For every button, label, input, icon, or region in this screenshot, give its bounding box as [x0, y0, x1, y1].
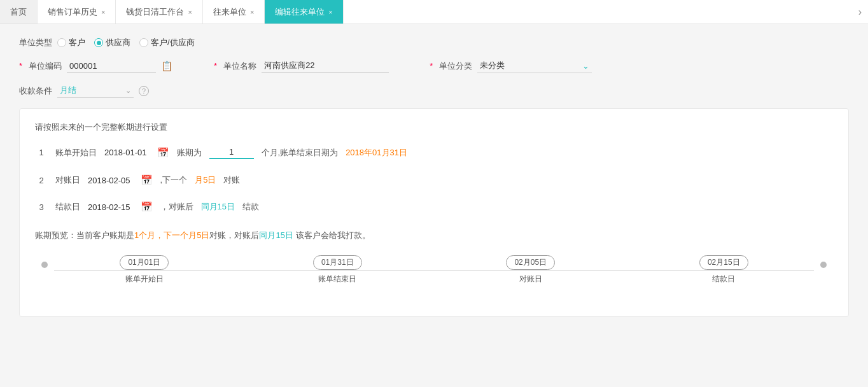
tab-partner[interactable]: 往来单位 × — [203, 0, 265, 24]
row-3-desc-before: ，对账后 — [160, 201, 193, 213]
unit-type-field: 单位类型 客户 供应商 客户/供应商 — [19, 37, 195, 48]
timeline-badge-1: 01月01日 — [120, 255, 169, 270]
tab-home[interactable]: 首页 — [0, 0, 38, 24]
unit-category-field: * 单位分类 未分类 ⌄ — [430, 59, 592, 73]
period-input[interactable] — [209, 146, 254, 159]
unit-category-label: 单位分类 — [439, 60, 472, 72]
tab-sales-history-close[interactable]: × — [101, 8, 105, 16]
unit-code-label: 单位编码 — [29, 60, 62, 72]
timeline-label-1: 账单开始日 — [125, 274, 164, 285]
row-2-calendar-icon[interactable]: 📅 — [141, 174, 153, 186]
row-2-num: 2 — [35, 176, 48, 185]
unit-category-required: * — [430, 61, 433, 71]
row-1-end-date: 2018年01月31日 — [346, 147, 407, 158]
right-dot-circle — [820, 262, 827, 268]
preview-mid: 对账，对账后 — [209, 230, 259, 240]
preview-part1: 1个月， — [134, 230, 164, 240]
timeline-wrapper: 01月01日 账单开始日 01月31日 账单结束日 02月05日 对账日 — [35, 255, 833, 304]
tab-partner-label: 往来单位 — [213, 6, 246, 18]
unit-code-input[interactable] — [67, 60, 156, 73]
row-3-calendar-icon[interactable]: 📅 — [141, 201, 153, 213]
radio-customer-circle — [57, 38, 66, 47]
preview-part2: 下一个月5日 — [164, 230, 209, 240]
tab-cash-work-label: 钱货日清工作台 — [126, 6, 184, 18]
radio-customer-label: 客户 — [69, 37, 85, 48]
row-1-calendar-icon[interactable]: 📅 — [157, 147, 169, 158]
unit-category-value: 未分类 — [480, 60, 580, 71]
row-3-desc-after: 结款 — [242, 201, 259, 213]
row-2-desc-before: ,下一个 — [160, 174, 188, 186]
payment-value: 月结 — [60, 85, 123, 96]
row-2-highlight: 月5日 — [195, 174, 216, 186]
unit-code-copy-icon[interactable]: 📋 — [161, 60, 173, 72]
timeline-label-3: 对账日 — [519, 274, 542, 285]
tab-edit-partner-label: 编辑往来单位 — [275, 6, 325, 18]
unit-code-field: * 单位编码 📋 — [19, 60, 173, 73]
radio-customer[interactable]: 客户 — [57, 37, 85, 48]
main-content: 单位类型 客户 供应商 客户/供应商 — [0, 24, 868, 387]
help-icon[interactable]: ? — [139, 86, 149, 96]
timeline-point-2: 01月31日 账单结束日 — [313, 255, 362, 285]
payment-label: 收款条件 — [19, 85, 52, 97]
preview-text: 账期预览：当前客户账期是1个月，下一个月5日对账，对账后同月15日 该客户会给我… — [35, 228, 833, 243]
timeline-right-dot — [820, 262, 827, 268]
timeline-label-4: 结款日 — [712, 274, 735, 285]
row-1-label: 账单开始日 — [55, 147, 97, 158]
setting-row-3: 3 结款日 2018-02-15 📅 ，对账后 同月15日 结款 — [35, 201, 833, 213]
preview-part3: 同月15日 — [259, 230, 293, 240]
radio-supplier[interactable]: 供应商 — [94, 37, 130, 48]
tab-edit-partner-close[interactable]: × — [328, 8, 332, 16]
timeline-left-dot — [41, 262, 48, 268]
unit-name-required: * — [214, 61, 217, 71]
row-3-num: 3 — [35, 202, 48, 212]
tab-cash-work[interactable]: 钱货日清工作台 × — [116, 0, 202, 24]
row-2-label: 对账日 — [55, 174, 80, 186]
timeline-point-4: 02月15日 结款日 — [699, 255, 748, 285]
payment-field: 收款条件 月结 ⌄ ? — [19, 83, 149, 98]
radio-supplier-label: 供应商 — [106, 37, 130, 48]
timeline-items: 01月01日 账单开始日 01月31日 账单结束日 02月05日 对账日 — [41, 255, 827, 285]
preview-label: 账期预览：当前客户账期是 — [35, 230, 134, 240]
tab-edit-partner[interactable]: 编辑往来单位 × — [265, 0, 343, 24]
tab-cash-work-close[interactable]: × — [188, 8, 192, 16]
setting-row-1: 1 账单开始日 2018-01-01 📅 账期为 个月,账单结束日期为 2018… — [35, 146, 833, 159]
row-3-label: 结款日 — [55, 201, 80, 213]
payment-dropdown-arrow-icon: ⌄ — [125, 87, 131, 95]
timeline-badge-4: 02月15日 — [699, 255, 748, 270]
unit-category-arrow-icon: ⌄ — [582, 61, 589, 71]
unit-name-input[interactable] — [262, 60, 389, 73]
row-2-date: 2018-02-05 — [88, 176, 130, 185]
form-section: 单位类型 客户 供应商 客户/供应商 — [19, 37, 849, 98]
radio-both-label: 客户/供应商 — [151, 37, 195, 48]
row-1-period-after: 个月,账单结束日期为 — [262, 147, 339, 158]
radio-both[interactable]: 客户/供应商 — [139, 37, 195, 48]
row-3-highlight: 同月15日 — [201, 201, 235, 213]
settings-card: 请按照未来的一个完整帐期进行设置 1 账单开始日 2018-01-01 📅 账期… — [19, 108, 849, 317]
left-dot-circle — [41, 262, 48, 268]
payment-row: 收款条件 月结 ⌄ ? — [19, 83, 849, 98]
card-instruction: 请按照未来的一个完整帐期进行设置 — [35, 122, 833, 133]
timeline-point-3: 02月05日 对账日 — [506, 255, 555, 285]
unit-type-row: 单位类型 客户 供应商 客户/供应商 — [19, 37, 849, 48]
row-1-date: 2018-01-01 — [104, 148, 147, 157]
timeline-label-2: 账单结束日 — [318, 274, 356, 285]
radio-supplier-circle — [94, 38, 103, 47]
timeline-badge-2: 01月31日 — [313, 255, 362, 270]
unit-category-dropdown[interactable]: 未分类 ⌄ — [477, 59, 592, 73]
radio-group: 客户 供应商 客户/供应商 — [57, 37, 195, 48]
tab-partner-close[interactable]: × — [250, 8, 254, 16]
tab-sales-history[interactable]: 销售订单历史 × — [38, 0, 116, 24]
radio-both-circle — [139, 38, 148, 47]
unit-name-label: 单位名称 — [223, 60, 256, 72]
setting-row-2: 2 对账日 2018-02-05 📅 ,下一个 月5日 对账 — [35, 174, 833, 186]
unit-code-required: * — [19, 61, 22, 71]
row-1-period-before: 账期为 — [177, 147, 202, 158]
row-1-num: 1 — [35, 148, 48, 157]
row-3-date: 2018-02-15 — [88, 202, 130, 212]
tab-bar: 首页 销售订单历史 × 钱货日清工作台 × 往来单位 × 编辑往来单位 × › — [0, 0, 868, 24]
preview-end: 该客户会给我打款。 — [296, 230, 370, 240]
code-name-row: * 单位编码 📋 * 单位名称 * 单位分类 未分类 ⌄ — [19, 59, 849, 73]
tab-more-arrow[interactable]: › — [852, 0, 868, 24]
row-2-desc-after: 对账 — [223, 174, 240, 186]
payment-dropdown[interactable]: 月结 ⌄ — [57, 83, 134, 98]
